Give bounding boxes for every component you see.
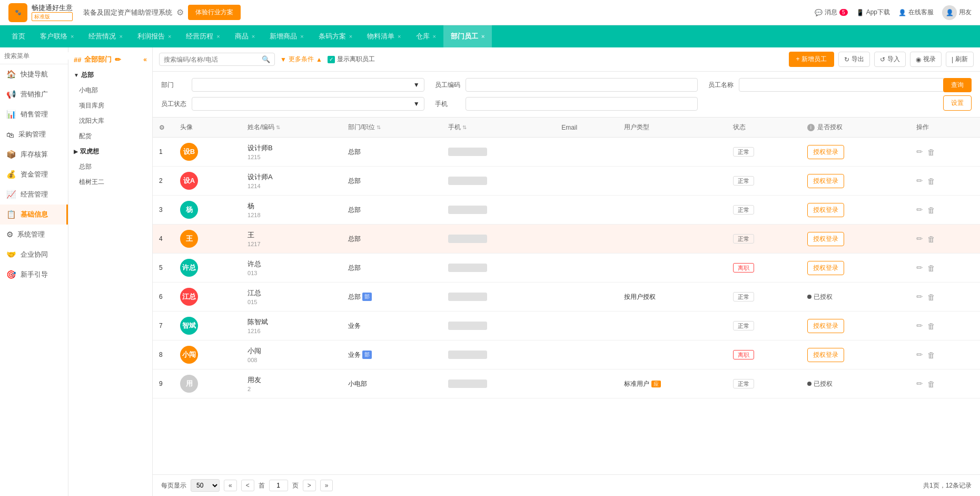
tab-operation[interactable]: 经营情况 × — [81, 25, 130, 47]
app-download-btn[interactable]: 📱 App下载 — [856, 8, 890, 17]
edit-icon[interactable]: ✏ — [916, 263, 923, 273]
cell-actions: ✏ 🗑 — [910, 254, 980, 283]
sidebar-item-system[interactable]: ⚙ 系统管理 — [0, 225, 68, 245]
delete-icon[interactable]: 🗑 — [927, 322, 935, 330]
search-input[interactable] — [164, 56, 259, 63]
first-page-btn[interactable]: « — [224, 480, 237, 491]
th-dept-position[interactable]: 部门/职位 ⇅ — [342, 118, 442, 138]
user-area[interactable]: 👤 用友 — [942, 5, 972, 20]
tab-department[interactable]: 部门员工 × — [443, 25, 492, 47]
sidebar-item-basic[interactable]: 📋 基础信息 — [0, 205, 68, 225]
per-page-select[interactable]: 50 20 100 — [191, 479, 220, 492]
delete-icon[interactable]: 🗑 — [927, 206, 935, 215]
filter-dept-select[interactable]: ▼ — [192, 78, 424, 92]
dept-item-xiaodibu[interactable]: 小电部 — [68, 83, 152, 98]
edit-icon[interactable]: ✏ — [916, 234, 923, 244]
phone-value: ●●●●● — [448, 380, 487, 388]
filter-btns: 查询 设置 — [943, 78, 972, 111]
delete-icon[interactable]: 🗑 — [927, 177, 935, 186]
sidebar-item-inventory[interactable]: 📦 库存核算 — [0, 144, 68, 164]
tab-home[interactable]: 首页 — [4, 25, 33, 47]
query-btn[interactable]: 查询 — [943, 78, 972, 92]
edit-icon[interactable]: ✏ — [916, 147, 923, 157]
filter-status-select[interactable]: ▼ — [192, 97, 424, 111]
auth-login-btn[interactable]: 授权登录 — [807, 174, 844, 188]
auth-login-btn[interactable]: 授权登录 — [807, 319, 844, 333]
page-input[interactable] — [269, 480, 288, 491]
edit-icon[interactable]: ✏ — [916, 321, 923, 330]
th-settings[interactable]: ⚙ — [153, 118, 174, 138]
dept-item-zongbu[interactable]: 总部 — [68, 159, 152, 174]
tab-customer[interactable]: 客户联络 × — [33, 25, 81, 47]
th-name-code[interactable]: 姓名/编码 ⇅ — [241, 118, 342, 138]
edit-icon[interactable]: ✏ — [916, 379, 923, 388]
dept-item-shenyang[interactable]: 沈阳大库 — [68, 113, 152, 129]
tab-barcode[interactable]: 条码方案 × — [311, 25, 360, 47]
next-page-btn[interactable]: > — [303, 480, 316, 491]
add-employee-btn[interactable]: + 新增员工 — [789, 52, 834, 67]
user-avatar: 👤 — [942, 5, 957, 20]
auth-login-btn[interactable]: 授权登录 — [807, 232, 844, 246]
tab-warehouse[interactable]: 仓库 × — [409, 25, 443, 47]
th-phone[interactable]: 手机 ⇅ — [442, 118, 555, 138]
print-btn[interactable]: | 刷新 — [946, 52, 974, 67]
avatar: 设A — [180, 172, 198, 190]
delete-icon[interactable]: 🗑 — [927, 351, 935, 359]
sidebar-item-management[interactable]: 📈 经营管理 — [0, 184, 68, 205]
edit-icon[interactable]: ✏ — [916, 176, 923, 186]
filter-empcode-input[interactable] — [466, 78, 698, 92]
gear-icon[interactable]: ⚙ — [176, 7, 184, 17]
cell-avatar: 小闯 — [174, 341, 241, 369]
sidebar-item-purchase[interactable]: 🛍 采购管理 — [0, 124, 68, 144]
online-service-btn[interactable]: 👤 在线客服 — [898, 8, 934, 17]
delete-icon[interactable]: 🗑 — [927, 235, 935, 244]
show-resigned-checkbox[interactable]: ✓ — [328, 56, 335, 63]
sidebar-item-finance[interactable]: 💰 资金管理 — [0, 164, 68, 184]
auth-login-btn[interactable]: 授权登录 — [807, 348, 844, 362]
edit-icon[interactable]: ✏ — [916, 292, 923, 302]
more-filter-btn[interactable]: ▼ 更多条件 ▲ — [280, 55, 322, 64]
tab-bom[interactable]: 物料清单 × — [360, 25, 408, 47]
sidebar-item-quicknav[interactable]: 🏠 快捷导航 — [0, 64, 68, 84]
delete-icon[interactable]: 🗑 — [927, 148, 935, 157]
messages-btn[interactable]: 💬 消息 5 — [815, 8, 848, 17]
sidebar-item-marketing[interactable]: 📢 营销推广 — [0, 84, 68, 104]
sidebar-item-collab[interactable]: 🤝 企业协同 — [0, 245, 68, 265]
tab-profit[interactable]: 利润报告 × — [130, 25, 179, 47]
filter-phone-input[interactable] — [466, 97, 698, 111]
cell-auth: 授权登录 — [801, 312, 910, 341]
sidebar-item-sales[interactable]: 📊 销售管理 — [0, 104, 68, 124]
avatar: 杨 — [180, 201, 198, 219]
dept-item-peihuo[interactable]: 配货 — [68, 129, 152, 144]
tab-history[interactable]: 经营历程 × — [179, 25, 227, 47]
auth-login-btn[interactable]: 授权登录 — [807, 145, 844, 159]
dept-group-head[interactable]: ▼总部 — [68, 67, 152, 83]
delete-icon[interactable]: 🗑 — [927, 380, 935, 388]
cell-actions: ✏ 🗑 — [910, 369, 980, 398]
dept-item-project[interactable]: 项目库房 — [68, 98, 152, 113]
auth-login-btn[interactable]: 授权登录 — [807, 261, 844, 275]
last-page-btn[interactable]: » — [320, 480, 333, 491]
export-btn[interactable]: ↻ 导出 — [838, 52, 870, 67]
dept-edit-icon[interactable]: ✏ — [115, 55, 121, 64]
delete-icon[interactable]: 🗑 — [927, 264, 935, 273]
sidebar-item-label: 经营管理 — [21, 190, 48, 199]
filter-empname-input[interactable] — [739, 78, 972, 92]
tab-goods[interactable]: 商品 × — [227, 25, 262, 47]
search-bar: 🔍 ▼ 更多条件 ▲ ✓ 显示离职员工 + 新增员工 ↻ 导出 — [153, 47, 980, 72]
edit-icon[interactable]: ✏ — [916, 350, 923, 359]
auth-login-btn[interactable]: 授权登录 — [807, 203, 844, 217]
cell-no: 8 — [153, 341, 174, 369]
edit-icon[interactable]: ✏ — [916, 205, 923, 215]
prev-page-btn[interactable]: < — [241, 480, 254, 491]
tab-add-goods[interactable]: 新增商品 × — [262, 25, 311, 47]
dept-item-zhishu[interactable]: 植树王二 — [68, 174, 152, 190]
view-btn[interactable]: ◉ 视录 — [910, 52, 942, 67]
sidebar-item-guide[interactable]: 🎯 新手引导 — [0, 265, 68, 285]
try-btn[interactable]: 体验行业方案 — [188, 5, 241, 20]
set-btn[interactable]: 设置 — [943, 95, 972, 111]
dept-group-shuanghu[interactable]: ▶双虎想 — [68, 144, 152, 159]
import-btn[interactable]: ↺ 导入 — [874, 52, 906, 67]
delete-icon[interactable]: 🗑 — [927, 293, 935, 302]
dept-collapse-icon[interactable]: « — [143, 56, 147, 63]
